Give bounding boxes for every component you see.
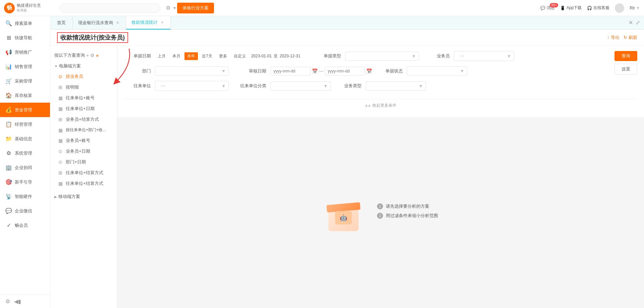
counterpart-category-select[interactable]: ▼ [270,82,331,91]
operation-icon: 📋 [5,121,12,127]
query-button[interactable]: 查询 [614,51,637,61]
scheme-item-staff-date[interactable]: ⊙ 业务员+日期 [50,146,117,157]
sidebar-item-new-guide[interactable]: 🎯 新手引导 [0,175,50,189]
messages-item[interactable]: 💬 消息 99+ [540,5,555,11]
sidebar-item-marketing[interactable]: 📢 营销推广 [0,45,50,59]
doc-status-label: 单据状态 [376,68,403,74]
counterpart-more-dots[interactable]: ··· [161,83,165,89]
scheme-item-counterpart-date[interactable]: ▦ 往来单位+日期 [50,103,117,114]
scheme-item-dept-date[interactable]: ⊙ 部门+日期 [50,157,117,167]
user-name[interactable]: Rit ▼ [630,6,640,10]
tab-bank-flow[interactable]: 现金银行流水查询 × [73,16,126,30]
date-tab-this-month[interactable]: 本月 [170,52,183,60]
scheme-add-icon[interactable]: + [86,53,89,58]
sidebar-item-sys-settings[interactable]: ⚙ 系统管理 [0,146,50,160]
counterpart-category-label: 往来单位分类 [233,83,266,89]
date-tab-last7[interactable]: 近7天 [199,52,215,60]
sidebar-item-finance[interactable]: 💰 资金管理 [0,103,50,117]
date-tab-custom[interactable]: 自定义 [231,52,249,60]
tab-expand-icon[interactable]: ⤢ [636,19,640,26]
scheme-item-by-detail[interactable]: ⊞ 按明细 [50,82,117,93]
scheme-item-icon: ▦ [58,127,64,133]
refresh-button[interactable]: ↻ 刷新 [624,35,637,41]
sidebar-item-quick-nav[interactable]: ⊞ 快捷导航 [0,31,50,45]
more-dots[interactable]: ··· [460,53,464,59]
tab-collection-stat[interactable]: 收款情况统计 × [126,16,171,30]
scheme-item-icon: ⊞ [58,85,64,90]
online-service-label: 在线客服 [593,5,609,11]
scheme-item-staff-settlement[interactable]: ⊞ 业务员+结算方式 [50,114,117,125]
guide-illustration: 🤖 [323,193,364,233]
audit-date-from[interactable] [270,67,311,75]
staff-select[interactable]: ··· ▼ [454,51,514,61]
quick-nav-icon: ⊞ [5,35,12,41]
scheme-item-by-staff[interactable]: ⊙ 按业务员 [50,71,117,82]
collapse-bar[interactable]: ∧∧ 收起更多条件 [124,99,637,112]
date-tab-more[interactable]: 更多 [216,52,230,60]
group-label: 电脑端方案 [59,63,81,69]
dept-select[interactable]: ▼ [155,66,229,75]
scheme-group-mobile-title[interactable]: ▶ 移动端方案 [50,192,117,202]
sidebar-item-search-menu[interactable]: 🔍 搜索菜单 [0,16,50,31]
sidebar: 🔍 搜索菜单 ⊞ 快捷导航 📢 营销推广 📊 销售管理 🛒 采购管理 🏠 库存核… [0,16,50,308]
tab-home-label: 首页 [57,20,66,26]
date-tab-last-month[interactable]: 上月 [155,52,168,60]
marketing-icon: 📢 [5,49,12,55]
page-title: 收款情况统计(按业务员) [57,32,128,43]
download-icon: 📱 [560,6,565,10]
sidebar-item-basic-info[interactable]: 📁 基础信息 [0,132,50,146]
settings-bottom-icon[interactable]: ⚙ [5,298,10,305]
scheme-item-staff-account[interactable]: ▦ 业务员+账号 [50,135,117,146]
dept-label: 部门 [124,68,151,74]
scheme-settings-icon[interactable]: ⚙ [90,53,95,58]
tab-close-all-icon[interactable]: ✕ [629,19,633,26]
settings-icon[interactable]: ⚙ [166,5,170,11]
content-area: 按以下方案查询 + ⚙ « ▼ 电脑端方案 ⊙ [50,46,644,308]
sidebar-item-label: 经营管理 [15,121,32,127]
scheme-group-desktop: ▼ 电脑端方案 ⊙ 按业务员 ⊞ 按明细 ▦ 往来单位+账号 [50,61,117,192]
header-search[interactable] [60,3,160,13]
scheme-collapse-icon[interactable]: « [96,53,99,58]
audit-date-range: 📅 — 📅 [270,67,372,75]
guide-step-2: 2 用过滤条件来缩小分析范围 [377,213,438,219]
filter-control-date: 上月 本月 本年 近7天 更多 自定义 2023-01-01 [155,52,310,60]
scheme-item-label: 业务员+结算方式 [66,116,99,122]
business-type-select[interactable]: ▼ [366,82,426,91]
refresh-icon: ↻ [624,35,627,40]
calendar-icon-to[interactable]: 📅 [366,68,372,74]
sidebar-item-purchase[interactable]: 🛒 采购管理 [0,74,50,88]
dropdown-icon[interactable]: ▼ [172,5,177,11]
counterpart-select[interactable]: ··· ▼ [155,81,229,91]
date-tab-this-year[interactable]: 本年 [184,52,198,60]
doc-type-select[interactable]: ▼ [345,52,419,61]
collapse-sidebar-icon[interactable]: ◀▮ [14,298,21,305]
tab-collection-stat-label: 收款情况统计 [131,19,158,25]
settings-button[interactable]: 设置 [614,64,637,74]
scheme-item-counterpart-settlement2[interactable]: ▦ 往来单位+结算方式 [50,178,117,189]
sidebar-item-member[interactable]: ✓ 畅会员 [0,218,50,233]
sidebar-item-sales[interactable]: 📊 销售管理 [0,59,50,74]
tab-bar: 首页 现金银行流水查询 × 收款情况统计 × ✕ ⤢ [50,16,644,30]
user-avatar[interactable] [615,3,624,13]
doc-status-select[interactable]: ▼ [407,66,467,75]
sidebar-item-operation[interactable]: 📋 经营管理 [0,117,50,132]
scheme-item-counterpart-dept[interactable]: ▦ 按往来单位+部门+收... [50,125,117,135]
sidebar-item-inventory[interactable]: 🏠 库存核算 [0,88,50,103]
scheme-button[interactable]: 体验行业方案 [177,3,214,13]
tab-home[interactable]: 首页 [50,16,73,30]
search-input[interactable] [60,3,160,13]
sidebar-item-smart-hw[interactable]: 📡 智能硬件 [0,189,50,204]
tab-collection-stat-close[interactable]: × [160,20,165,25]
audit-date-to[interactable] [325,67,365,75]
scheme-group-desktop-title[interactable]: ▼ 电脑端方案 [50,61,117,71]
scheme-item-counterpart-settlement1[interactable]: ⊞ 往来单位+结算方式 [50,167,117,178]
calendar-icon-from[interactable]: 📅 [312,68,318,74]
scheme-item-counterpart-account[interactable]: ▦ 往来单位+账号 [50,93,117,103]
tab-bank-flow-close[interactable]: × [115,20,120,25]
export-button[interactable]: ↑ 导出 [607,35,620,41]
online-service-item[interactable]: 🎧 在线客服 [587,5,609,11]
sidebar-item-enterprise[interactable]: 🏢 企业协同 [0,160,50,175]
sidebar-item-wechat[interactable]: 💬 企业微信 [0,204,50,218]
staff-label: 业务员 [423,53,450,59]
app-download-item[interactable]: 📱 App下载 [560,5,582,11]
